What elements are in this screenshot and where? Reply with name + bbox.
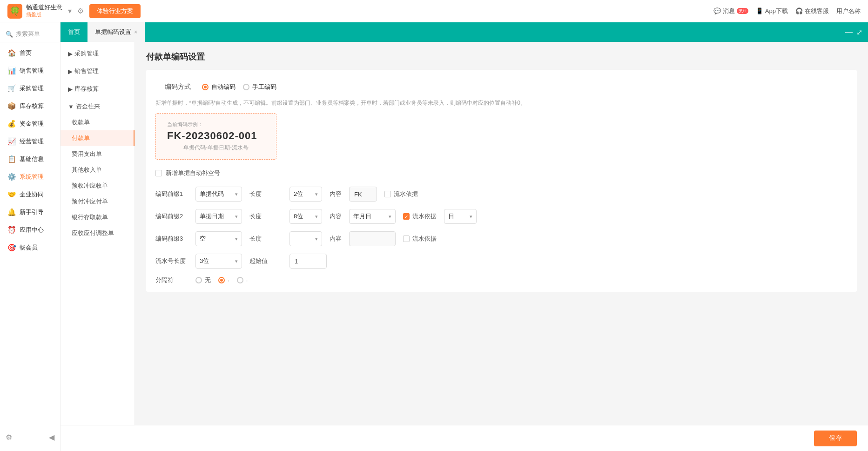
subnav-purchase-group: ▶ 采购管理	[61, 46, 135, 61]
start-value-label: 起始值	[249, 257, 282, 265]
chevron-down-icon: ▾	[235, 214, 238, 220]
sidebar-item-enterprise[interactable]: 🤝 企业协同	[0, 186, 60, 203]
encoding-radio-group: 自动编码 手工编码	[202, 83, 276, 91]
subnav-purchase-header[interactable]: ▶ 采购管理	[61, 46, 135, 61]
sidebar-item-label: 新手引导	[20, 208, 44, 216]
separator-none-option[interactable]: 无	[195, 276, 211, 284]
page-content: 付款单编码设置 编码方式 自动编码 手工编码	[135, 42, 868, 425]
serial3-checkbox[interactable]	[403, 236, 410, 242]
tab-home-label: 首页	[68, 28, 80, 36]
collapse-icon[interactable]: ◀	[49, 433, 54, 442]
sales-icon: 📊	[7, 67, 16, 75]
sidebar-item-finance[interactable]: 💰 资金管理	[0, 115, 60, 133]
industry-plan-button[interactable]: 体验行业方案	[89, 4, 141, 18]
sidebar-item-app-center[interactable]: ⏰ 应用中心	[0, 221, 60, 239]
serial2-checkbox[interactable]: ✓	[403, 213, 410, 220]
tab-encoding-settings[interactable]: 单据编码设置 ×	[87, 22, 145, 42]
sidebar-item-member[interactable]: 🎯 畅会员	[0, 239, 60, 256]
separator-dot-radio[interactable]	[218, 277, 225, 283]
tab-bar-right: — ⤢	[845, 28, 868, 37]
settings-bottom-icon[interactable]: ⚙	[6, 433, 12, 442]
user-menu[interactable]: 用户名称	[836, 7, 861, 15]
serial-length-value: 3位	[200, 257, 209, 265]
sidebar-item-home[interactable]: 🏠 首页	[0, 44, 60, 62]
subnav-prepay-receivable[interactable]: 预收冲应收单	[61, 178, 135, 194]
sidebar-item-sales[interactable]: 📊 销售管理	[0, 62, 60, 80]
page-title: 付款单编码设置	[146, 51, 857, 62]
subnav-sales-header[interactable]: ▶ 销售管理	[61, 63, 135, 79]
sidebar-item-guide[interactable]: 🔔 新手引导	[0, 203, 60, 221]
prefix3-select[interactable]: 空 ▾	[195, 231, 242, 246]
save-button[interactable]: 保存	[814, 431, 857, 446]
tab-close-icon[interactable]: ×	[134, 29, 137, 35]
serial-length-select[interactable]: 3位 ▾	[195, 254, 242, 269]
home-icon: 🏠	[7, 49, 16, 57]
sidebar-item-purchase[interactable]: 🛒 采购管理	[0, 80, 60, 97]
length1-value: 2位	[294, 190, 303, 198]
subnav-prepay-payable[interactable]: 预付冲应付单	[61, 194, 135, 209]
auto-fill-label: 新增单据自动补空号	[166, 169, 220, 177]
purchase-icon: 🛒	[7, 84, 16, 93]
chevron-down-icon[interactable]: ▾	[68, 7, 72, 15]
separator-none-radio[interactable]	[195, 277, 202, 283]
subnav-payment[interactable]: 付款单	[61, 130, 135, 146]
top-bar-right: 💬 消息 99+ 📱 App下载 🎧 在线客服 用户名称	[713, 7, 861, 15]
auto-encode-radio[interactable]	[202, 84, 209, 90]
serial2-unit-select[interactable]: 日 ▾	[444, 209, 477, 224]
sidebar-search[interactable]: 🔍 搜索菜单	[0, 26, 60, 42]
chevron-down-icon: ▾	[315, 236, 318, 242]
manual-encode-radio[interactable]	[243, 84, 249, 90]
chevron-down-icon: ▾	[389, 214, 391, 220]
auto-fill-checkbox[interactable]	[155, 170, 162, 176]
operations-icon: 📈	[7, 137, 16, 146]
content2-select[interactable]: 年月日 ▾	[349, 209, 396, 224]
top-bar: 🍀 畅通道好生意 插盈版 ▾ ⚙ 体验行业方案 💬 消息 99+ 📱 App下载…	[0, 0, 868, 22]
tab-home[interactable]: 首页	[61, 22, 87, 42]
logo-text: 畅通道好生意	[26, 4, 62, 12]
preview-current-label: 当前编码示例：	[167, 121, 265, 128]
sidebar-item-basic-info[interactable]: 📋 基础信息	[0, 150, 60, 168]
serial1-checkbox[interactable]	[384, 191, 391, 197]
tab-maximize-icon[interactable]: ⤢	[856, 28, 862, 37]
length2-label: 长度	[249, 212, 282, 221]
separator-none-label: 无	[205, 276, 211, 284]
subnav-inventory-group: ▶ 库存核算	[61, 81, 135, 97]
preview-code: FK-20230602-001	[167, 130, 265, 142]
finance-icon: 💰	[7, 120, 16, 128]
online-service-button[interactable]: 🎧 在线客服	[795, 7, 829, 15]
subnav-expense[interactable]: 费用支出单	[61, 146, 135, 162]
prefix1-select[interactable]: 单据代码 ▾	[195, 187, 242, 202]
manual-encode-option[interactable]: 手工编码	[243, 83, 276, 91]
subnav-adjustment[interactable]: 应收应付调整单	[61, 225, 135, 241]
separator-row: 分隔符 无 · ·	[155, 276, 848, 284]
encoding-method-label: 编码方式	[165, 83, 191, 91]
separator-dash-option[interactable]: ·	[237, 277, 248, 284]
content2-label: 内容	[330, 212, 342, 221]
separator-dash-radio[interactable]	[237, 277, 243, 283]
length1-select[interactable]: 2位 ▾	[289, 187, 322, 202]
message-button[interactable]: 💬 消息 99+	[713, 7, 748, 15]
subnav-funds-header[interactable]: ▼ 资金往来	[61, 99, 135, 114]
message-badge: 99+	[737, 8, 748, 14]
sidebar-item-operations[interactable]: 📈 经营管理	[0, 133, 60, 150]
content2-value: 年月日	[353, 212, 371, 221]
auto-encode-option[interactable]: 自动编码	[202, 83, 236, 91]
subnav-bank[interactable]: 银行存取款单	[61, 209, 135, 225]
subnav-inventory-header[interactable]: ▶ 库存核算	[61, 81, 135, 97]
tab-minimize-icon[interactable]: —	[845, 28, 853, 36]
sidebar-item-label: 系统管理	[20, 173, 44, 181]
subnav-other-income[interactable]: 其他收入单	[61, 162, 135, 178]
start-value-input[interactable]	[289, 254, 327, 269]
sidebar-item-inventory[interactable]: 📦 库存核算	[0, 97, 60, 115]
length3-select[interactable]: ▾	[289, 231, 322, 246]
sidebar-item-system[interactable]: ⚙️ 系统管理	[0, 168, 60, 186]
separator-dot-option[interactable]: ·	[218, 277, 229, 284]
prefix2-select[interactable]: 单据日期 ▾	[195, 209, 242, 224]
gear-icon[interactable]: ⚙	[77, 7, 84, 15]
length2-select[interactable]: 8位 ▾	[289, 209, 322, 224]
sidebar-item-label: 经营管理	[20, 137, 44, 146]
sub-panel: ▶ 采购管理 ▶ 销售管理 ▶ 库存核算	[61, 42, 868, 425]
chevron-down-icon: ▾	[315, 191, 318, 197]
subnav-receipt[interactable]: 收款单	[61, 114, 135, 130]
app-download-button[interactable]: 📱 App下载	[756, 7, 788, 15]
